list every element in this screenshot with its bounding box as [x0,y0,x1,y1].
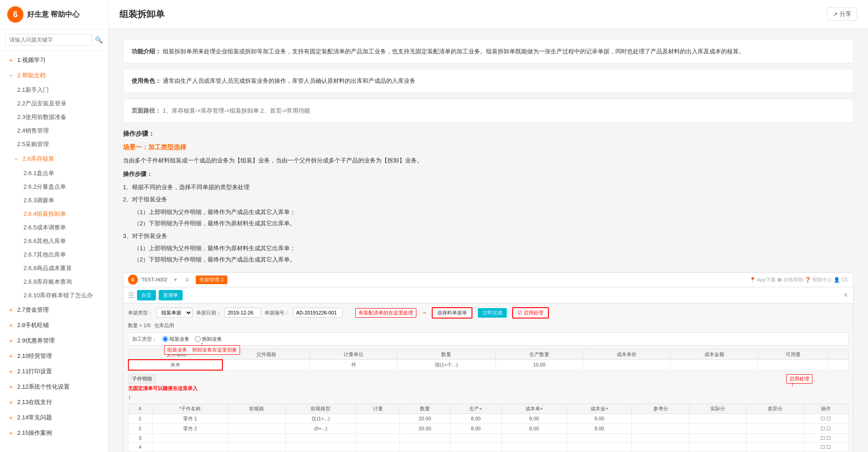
func-intro-text: 组装拆卸单用来处理企业组装或拆卸等加工业务，支持有固定装配清单的产品加工业务，也… [163,48,745,55]
sim-date-input[interactable] [225,308,261,318]
sim-th-cost-amt: 成本金额 [670,349,758,360]
step2-1: （1）上部明细为父件明细，最终作为产成品生成其它入库单； [134,207,854,217]
share-icon: ↗ [833,11,838,18]
sim-qty-row: 数量 × 1/6 仓库品用 [128,322,849,329]
sidebar-item-other-in[interactable]: 2.6.6其他入库单 [0,234,108,248]
sidebar-item-cases-label: 2.15操作案例 [17,429,52,437]
sim-th-cost-price: 成本单价 [583,349,670,360]
sim-nav-bar: ☰ 自贡 新增单 ✕ [123,287,853,304]
sidebar-item-cost-recalc[interactable]: 2.6.8商品成本重算 [0,262,108,275]
sidebar-item-biz[interactable]: + 2.10经营管理 [0,348,108,364]
sim-radio-assembly[interactable]: 组装业务 [162,336,189,343]
step3-1: （1）上部明细为父件明细，最终作为原材料生成其它出库单； [134,243,854,253]
sim-lcell-s22: (0+...) [285,423,356,433]
sim-app-id: TEST-H002 [142,277,167,282]
sidebar-item-print[interactable]: + 2.11打印设置 [0,364,108,379]
sidebar-item-coupon-label: 2.9优惠券管理 [17,337,55,345]
step2: 2、对于组装业务 [123,194,854,205]
sim-lower-header: 子件明细 [128,374,849,384]
sidebar-item-inventory[interactable]: − 2.6库存核算 [0,151,108,167]
sim-radio-disassembly[interactable]: 拆卸业务 [195,336,222,343]
sim-lth-spec1: 前规格 [228,404,285,414]
sim-cell-qty: 按(1+个...) [397,360,495,370]
sidebar-item-print-label: 2.11打印设置 [17,367,52,376]
role-text: 通常由生产人员或库管人员完成拆装业务的操作，库管人员确认原材料的出库和产成品的入… [163,77,415,84]
sidebar-item-finance-label: 2.7资金管理 [17,306,49,314]
scene-desc: 当由多个子件材料组装成一个成品的业务为【组装】业务，当由一个父件拆分成多个子产品… [123,155,854,166]
sim-qty2-label: 仓库品用 [154,322,174,329]
sidebar-item-payment[interactable]: + 2.13在线支付 [0,395,108,410]
search-icon[interactable]: 🔍 [95,36,103,43]
sidebar-item-video[interactable]: + 1.视频学习 [0,52,108,68]
sim-lcell-ca1: 8.00 [567,414,632,423]
sim-type-select[interactable]: 组装单据 拆卸单据 [156,308,193,318]
sidebar-item-install[interactable]: 2.2产品安装及登录 [0,97,108,110]
sim-lth-op: 操作 [803,404,848,414]
sidebar-item-purchase[interactable]: 2.5采购管理 [0,138,108,151]
sidebar-item-newbie[interactable]: 2.1新手入门 [0,83,108,97]
sidebar-item-faq-label: 2.14常见问题 [17,414,52,422]
sim-screen: 6 TEST-H002 ▼ ⚙ 凭据管理-1 📍 App下载 ☎ 在线帮助 ❓ … [123,273,853,452]
sidebar-item-sales[interactable]: 2.4销售管理 [0,124,108,138]
sidebar: 6 好生意 帮助中心 🔍 + 1.视频学习 − 2.帮助文档 2.1新手入门 2… [0,0,108,452]
sim-order-input[interactable] [293,308,343,318]
sidebar-item-stock-ledger[interactable]: 2.6.9库存账本查询 [0,275,108,289]
sim-lower-table: # *子件名称 前规格 前规格型 计量 数量 生产+ 成本单+ 成本金+ 参 [128,404,849,452]
sim-lcell-ca2: 8.00 [567,423,632,433]
sim-lcell-s2: 仅(1+...) [285,414,356,423]
sidebar-item-finance[interactable]: + 2.7资金管理 [0,302,108,318]
sim-order-label: 单据编号： [264,309,289,316]
func-intro-block: 功能介绍： 组装拆卸单用来处理企业组装或拆卸等加工业务，支持有固定装配清单的产品… [123,39,854,63]
sidebar-item-cost-adj[interactable]: 2.6.5成本调整单 [0,221,108,234]
sidebar-item-biz-label: 2.10经营管理 [17,352,52,360]
sidebar-item-coupon[interactable]: + 2.9优惠券管理 [0,333,108,348]
sim-topbar: 6 TEST-H002 ▼ ⚙ 凭据管理-1 📍 App下载 ☎ 在线帮助 ❓ … [123,273,853,287]
sidebar-item-partial-stocktake[interactable]: 2.6.2分量盘点单 [0,180,108,194]
sim-tab-new[interactable]: 新增单 [159,290,183,300]
step3: 3、对于拆装业务 [123,231,854,241]
expand-icon: + [7,57,14,64]
share-button[interactable]: ↗ 分享 [827,7,857,21]
sim-th-avail: 可用量 [758,349,828,360]
sidebar-item-assembly[interactable]: 2.6.4组装拆卸单 [0,207,108,221]
sim-lower-tab: 子件明细 [128,374,156,384]
sim-cell-avail [758,360,828,370]
sim-lcell-a1 [689,414,746,423]
sim-proc-type-label: 加工类型： [132,336,157,343]
sim-menu-icon[interactable]: ☰ [128,291,134,300]
sim-lower-row-1: 1 零件 1 仅(1+...) 20.00 8.00 8.00 8.00 [128,414,849,423]
app-logo-icon: 6 [7,6,24,23]
sim-close-icon[interactable]: ✕ [843,291,849,299]
cases-expand-icon: + [7,429,14,437]
sidebar-item-faq[interactable]: + 2.14常见问题 [0,410,108,425]
sidebar-item-transfer[interactable]: 2.6.3调拨单 [0,194,108,207]
page-title: 组装拆卸单 [119,8,165,20]
sim-tab-home[interactable]: 自贡 [137,290,156,300]
sim-save-btn[interactable]: 立即完成 [478,308,507,318]
sim-qty-label: 数量 × 1/6 [128,322,151,329]
sidebar-item-other-out[interactable]: 2.6.7其他出库单 [0,248,108,262]
sim-lth-actual: 实际分 [689,404,746,414]
sim-cell-action [828,360,848,370]
sim-type-arrow: ↑ [200,341,203,348]
sim-choose-bill-btn[interactable]: 选择料单据单 [432,307,472,319]
sidebar-item-docs[interactable]: − 2.帮助文档 [0,68,108,83]
sidebar-item-customize[interactable]: + 2.12系统个性化设置 [0,379,108,395]
sidebar-item-stock-error[interactable]: 2.6.10库存账本错了怎么办 [0,289,108,302]
sim-cell-parent-spec [222,360,310,370]
step2-2: （2）下部明细为子件明细，最终作为原材料生成其它出库单。 [134,218,854,228]
sidebar-item-stocktake[interactable]: 2.6.1盘点单 [0,167,108,180]
sidebar-item-mobile[interactable]: + 2.8手机旺铺 [0,318,108,333]
sidebar-item-data-prep[interactable]: 2.3使用前数据准备 [0,110,108,124]
inventory-collapse-icon: − [13,155,20,162]
sim-lcell-q2: 20.00 [400,423,450,433]
sim-lth-cost1: 成本单+ [501,404,566,414]
search-input[interactable] [5,34,92,46]
search-box[interactable]: 🔍 [0,29,108,51]
share-label: 分享 [840,10,851,18]
sim-lcell-no1: 1 [128,414,152,423]
sim-apply-btn[interactable]: ☑ 启用处理 [512,307,549,319]
faq-expand-icon: + [7,414,14,421]
sim-form-content: 单据类型： 组装单据 拆卸单据 单据日期： 单据编号： 有装配清单的在这里处理 … [123,304,853,452]
sidebar-item-cases[interactable]: + 2.15操作案例 [0,425,108,441]
